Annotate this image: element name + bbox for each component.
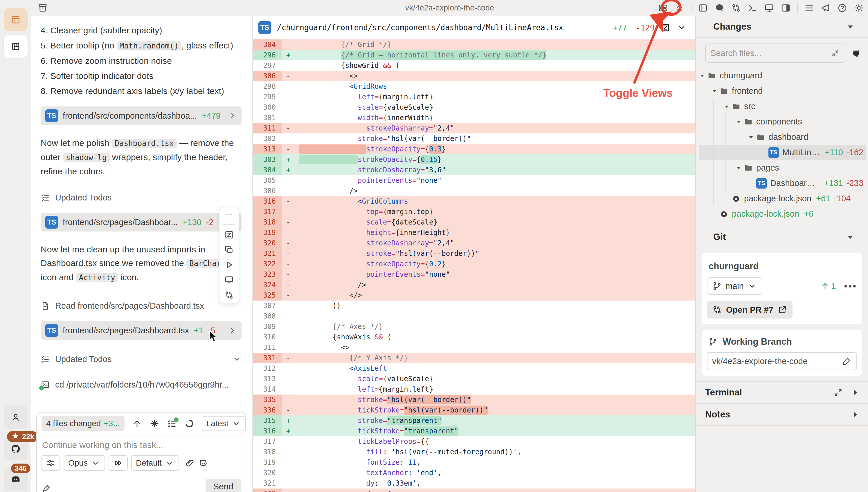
- file-diff-chip[interactable]: TSfrontend/src/components/dashboa...+479: [41, 106, 241, 125]
- caret-down-icon: [845, 232, 855, 242]
- toggle-views-icon[interactable]: [658, 3, 668, 13]
- line-number: 316: [253, 196, 282, 206]
- panel-left-icon[interactable]: [698, 3, 708, 13]
- search-input[interactable]: [710, 48, 827, 58]
- updated-todos-row[interactable]: Updated Todos: [41, 352, 241, 366]
- run-icon[interactable]: [224, 260, 234, 270]
- diff-line: 313 scale={valueScale}: [253, 374, 695, 384]
- monitor-icon[interactable]: [764, 3, 774, 13]
- chat-bubble-icon[interactable]: [714, 3, 725, 13]
- git-section-header[interactable]: Git: [696, 226, 868, 248]
- pen-icon[interactable]: [42, 483, 51, 492]
- diff-line: 307 )}: [253, 300, 695, 311]
- archive-icon[interactable]: [38, 3, 48, 13]
- more-options-icon[interactable]: •••: [844, 280, 857, 292]
- composer-input[interactable]: Continue working on this task...: [37, 436, 245, 450]
- file-search-box[interactable]: [705, 44, 845, 63]
- tree-file-Dashboard.tsx[interactable]: TSDashboard.tsx+131-233: [699, 175, 866, 191]
- tree-folder-dashboard[interactable]: dashboard: [699, 129, 866, 145]
- terminal-icon[interactable]: [748, 3, 758, 13]
- tree-folder-components[interactable]: components: [699, 114, 866, 129]
- cat-icon[interactable]: [851, 48, 861, 58]
- tree-folder-pages[interactable]: pages: [699, 160, 866, 175]
- kanban-view-button[interactable]: [4, 35, 28, 58]
- terminal-command-row[interactable]: cd /private/var/folders/10/h7w0q46556ggr…: [41, 378, 241, 391]
- diff-sign: -: [282, 269, 299, 280]
- file-diff-chip[interactable]: TSfrontend/src/pages/Dashboard.tsx+1-5: [41, 321, 241, 340]
- model-dropdown[interactable]: Opus: [64, 455, 105, 471]
- chevron-down-icon[interactable]: [232, 354, 241, 364]
- preview-icon[interactable]: [224, 275, 234, 285]
- caret-down-icon[interactable]: [711, 88, 720, 95]
- diff-line: 320- strokeDasharray="2,4": [253, 238, 695, 248]
- line-number: 322: [253, 259, 282, 269]
- caret-down-icon[interactable]: [735, 165, 744, 171]
- collapse-all-icon[interactable]: [674, 3, 684, 13]
- git-compare-icon[interactable]: [224, 290, 234, 300]
- file-diff-chip[interactable]: TSfrontend/src/pages/Dashboar...+130-2: [41, 213, 241, 231]
- gear-icon[interactable]: [854, 3, 864, 13]
- chevron-down-icon[interactable]: [677, 23, 686, 32]
- expand-icon[interactable]: [833, 388, 843, 397]
- megaphone-icon[interactable]: [821, 3, 831, 13]
- cat-icon[interactable]: [198, 458, 208, 468]
- git-compare-icon[interactable]: [731, 3, 741, 13]
- topbar-actions: [658, 3, 864, 13]
- changes-tree: churnguardfrontendsrccomponentsdashboard…: [696, 65, 868, 226]
- spinner-icon: [184, 419, 194, 428]
- files-changed-chip[interactable]: 4 files changed +3...: [42, 416, 124, 431]
- mode-dropdown[interactable]: Default: [131, 455, 179, 471]
- files-changed-label: 4 files changed: [46, 419, 101, 428]
- file-path: frontend/src/pages/Dashboard.tsx: [63, 324, 189, 337]
- tree-file-package-lock.json[interactable]: package-lock.json+6: [699, 206, 866, 222]
- branch-dropdown[interactable]: main: [707, 277, 762, 295]
- todos-icon[interactable]: [167, 419, 177, 428]
- tree-folder-src[interactable]: src: [699, 99, 866, 114]
- paperclip-icon[interactable]: [185, 458, 195, 468]
- diff-sign: [282, 60, 299, 71]
- caret-down-icon[interactable]: [723, 103, 732, 110]
- numbered-list: 4. Cleaner grid (subtler opacity)5. Bett…: [41, 24, 241, 98]
- zed-editor-icon[interactable]: [660, 23, 670, 32]
- account-button[interactable]: [4, 405, 28, 429]
- notes-section-header[interactable]: Notes: [696, 404, 868, 425]
- open-in-zed-icon[interactable]: [224, 230, 234, 240]
- copy-icon[interactable]: [224, 245, 234, 255]
- discord-count-badge: 346: [11, 464, 30, 473]
- more-options-icon[interactable]: [225, 210, 233, 219]
- diff-line: 318 fill: 'hsl(var(--muted-foreground))'…: [253, 447, 695, 457]
- settings-sliders-button[interactable]: [41, 455, 60, 471]
- panel-right-icon[interactable]: [781, 3, 791, 13]
- diff-sign: +: [282, 415, 299, 426]
- tree-file-MultiLineArea.tsx[interactable]: TSMultiLineArea.tsx+110-162: [699, 145, 866, 160]
- working-branch-input[interactable]: vk/4e2a-explore-the-code: [707, 352, 857, 370]
- changes-section-header[interactable]: Changes: [696, 16, 868, 38]
- caret-down-icon[interactable]: [735, 118, 744, 125]
- collapse-tree-icon[interactable]: [830, 48, 840, 58]
- latest-dropdown[interactable]: Latest: [202, 416, 246, 431]
- help-icon[interactable]: [837, 3, 847, 13]
- git-branch-icon: [708, 337, 718, 347]
- fast-forward-button[interactable]: [109, 455, 128, 471]
- diff-sign: -: [282, 206, 299, 217]
- menu-icon[interactable]: [804, 3, 814, 13]
- terminal-section-header[interactable]: Terminal: [696, 382, 868, 403]
- spark-icon[interactable]: [149, 419, 159, 428]
- read-file-row[interactable]: Read frontend/src/pages/Dashboard.tsx: [41, 299, 241, 313]
- pencil-icon[interactable]: [842, 356, 852, 366]
- tree-folder-churnguard[interactable]: churnguard: [699, 68, 866, 83]
- send-button[interactable]: Send: [206, 479, 241, 492]
- caret-down-icon[interactable]: [699, 72, 707, 79]
- tree-file-package-lock.json[interactable]: package-lock.json+61-104: [699, 191, 866, 206]
- diff-sign: [282, 384, 299, 395]
- caret-down-icon[interactable]: [748, 134, 756, 141]
- diff-rows: 304- {/* Grid */}296+ {/* Grid — horizon…: [253, 40, 695, 492]
- tree-folder-frontend[interactable]: frontend: [699, 83, 866, 99]
- open-pr-button[interactable]: Open PR #7: [707, 301, 793, 319]
- line-number: 307: [253, 300, 282, 311]
- commits-ahead: 1: [820, 281, 836, 291]
- diff-line: 298 <GridRows: [253, 81, 695, 92]
- arrow-up-icon[interactable]: [132, 419, 142, 428]
- updated-todos-row[interactable]: Updated Todos: [41, 191, 241, 204]
- workspace-layout-button[interactable]: [4, 8, 28, 31]
